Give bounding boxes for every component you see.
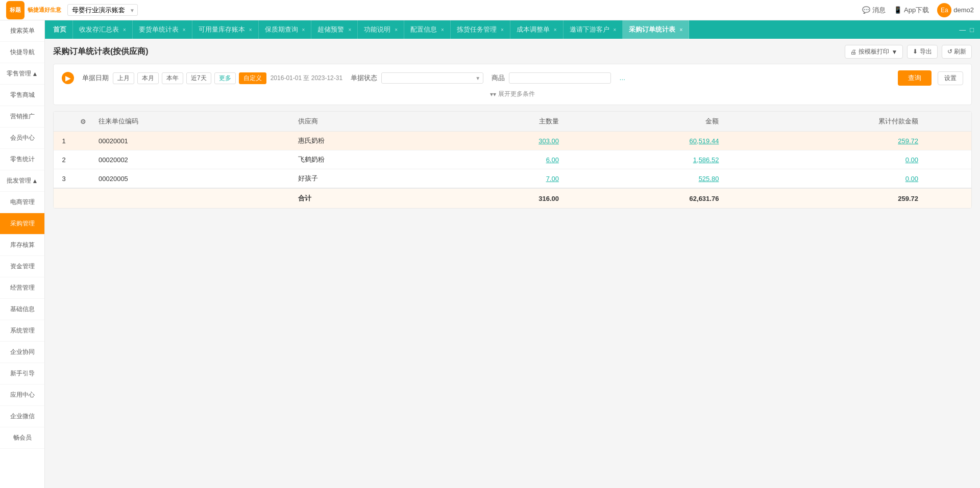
breadcrumb-select-wrap[interactable]: 母婴行业演示账套 xyxy=(67,4,138,16)
export-label: 导出 xyxy=(920,48,932,55)
cell-qty-2[interactable]: 6.00 xyxy=(440,150,565,169)
date-btn-this-month[interactable]: 本月 xyxy=(137,72,159,84)
tab-goods-stat-close[interactable]: × xyxy=(183,27,186,33)
sidebar-item-finance[interactable]: 资金管理 xyxy=(0,256,44,277)
sidebar-item-ecommerce[interactable]: 电商管理 xyxy=(0,192,44,213)
cell-amount-1[interactable]: 60,519.44 xyxy=(565,132,725,150)
table-header-row: ⚙ 往来单位编码 供应商 主数量 金额 累计付款金额 xyxy=(54,112,971,132)
date-btn-last-month[interactable]: 上月 xyxy=(113,72,134,84)
status-select[interactable] xyxy=(381,72,483,84)
sidebar-label-vip: 畅会员 xyxy=(13,434,32,441)
refresh-button[interactable]: ↺ 刷新 xyxy=(942,45,972,59)
tab-available-inv-close[interactable]: × xyxy=(249,27,252,33)
page-actions: 🖨 按模板打印 ▼ ⬇ 导出 ↺ 刷新 xyxy=(845,45,972,59)
goods-search-input[interactable] xyxy=(509,72,611,84)
tab-overstock[interactable]: 超储预警 × xyxy=(311,20,358,39)
tab-cost-adj-close[interactable]: × xyxy=(554,27,557,33)
sidebar-item-wholesale[interactable]: 批发管理 ▲ xyxy=(0,170,44,192)
print-button[interactable]: 🖨 按模板打印 ▼ xyxy=(845,45,903,59)
tab-overstock-close[interactable]: × xyxy=(348,27,351,33)
tab-maximize-btn[interactable]: □ xyxy=(970,26,974,34)
sidebar-label-retail-stat: 零售统计 xyxy=(10,156,35,163)
sidebar-item-app-center[interactable]: 应用中心 xyxy=(0,384,44,406)
cell-settings-3 xyxy=(74,169,92,189)
data-table-wrap: ⚙ 往来单位编码 供应商 主数量 金额 累计付款金额 1 xyxy=(53,111,972,209)
tab-home[interactable]: 首页 xyxy=(47,20,73,39)
nav-tabs: 首页 收发存汇总表 × 要货单统计表 × 可用量库存账本 × 保质期查询 × 超… xyxy=(45,20,980,39)
settings-button[interactable]: 设置 xyxy=(938,71,963,85)
goods-more-icon[interactable]: … xyxy=(619,74,625,82)
cell-paid-3[interactable]: 0.00 xyxy=(725,169,924,189)
tab-purchase-stat-close[interactable]: × xyxy=(679,27,682,33)
cell-amount-3[interactable]: 525.80 xyxy=(565,169,725,189)
tab-config-close[interactable]: × xyxy=(441,27,444,33)
tab-pick-task-close[interactable]: × xyxy=(501,27,504,33)
date-btn-this-year[interactable]: 本年 xyxy=(162,72,183,84)
cell-amount-2[interactable]: 1,586.52 xyxy=(565,150,725,169)
query-button[interactable]: 查询 xyxy=(898,70,932,86)
sidebar-item-enterprise[interactable]: 企业协同 xyxy=(0,342,44,363)
sidebar-item-search[interactable]: 搜索英单 xyxy=(0,20,44,42)
cell-paid-2[interactable]: 0.00 xyxy=(725,150,924,169)
sidebar-item-retail[interactable]: 零售管理 ▲ xyxy=(0,63,44,85)
footer-extra xyxy=(924,188,971,208)
sidebar-item-vip[interactable]: 畅会员 xyxy=(0,427,44,449)
expand-more-btn[interactable]: ▾▾ 展开更多条件 xyxy=(490,90,535,98)
tab-invite-close[interactable]: × xyxy=(614,27,617,33)
tab-func-desc-close[interactable]: × xyxy=(395,27,398,33)
date-btn-custom[interactable]: 自定义 xyxy=(239,72,266,84)
tab-minimize-btn[interactable]: — xyxy=(959,26,966,34)
tab-collection[interactable]: 收发存汇总表 × xyxy=(73,20,133,39)
sidebar-label-quick-nav: 快捷导航 xyxy=(10,48,35,56)
app-download-label: App下载 xyxy=(904,6,929,15)
print-arrow-icon: ▼ xyxy=(891,48,897,56)
cell-paid-1[interactable]: 259.72 xyxy=(725,132,924,150)
sidebar-item-new-guide[interactable]: 新手引导 xyxy=(0,363,44,384)
filter-collapse-btn[interactable]: ▶ xyxy=(62,72,74,84)
cell-qty-3[interactable]: 7.00 xyxy=(440,169,565,189)
sidebar-item-purchase[interactable]: 采购管理 xyxy=(0,213,44,235)
message-btn[interactable]: 💬 消息 xyxy=(862,6,886,15)
tab-cost-adj[interactable]: 成本调整单 × xyxy=(510,20,564,39)
tab-invite[interactable]: 邀请下游客户 × xyxy=(564,20,623,39)
sidebar-item-wechat[interactable]: 企业微信 xyxy=(0,406,44,427)
cell-extra-1 xyxy=(924,132,971,150)
tab-expiry[interactable]: 保质期查询 × xyxy=(259,20,312,39)
export-button[interactable]: ⬇ 导出 xyxy=(907,45,937,59)
sidebar-item-marketing[interactable]: 营销推广 xyxy=(0,106,44,127)
col-header-amount: 金额 xyxy=(565,112,725,132)
tab-purchase-stat[interactable]: 采购订单统计表 × xyxy=(623,20,689,39)
tab-config[interactable]: 配置信息 × xyxy=(404,20,451,39)
status-select-wrap[interactable] xyxy=(381,72,483,84)
col-header-settings[interactable]: ⚙ xyxy=(74,112,92,132)
sidebar: 搜索英单 快捷导航 零售管理 ▲ 零售商城 营销推广 会员中心 零售统计 批发管… xyxy=(0,20,45,488)
expand-label: 展开更多条件 xyxy=(498,90,535,98)
export-icon: ⬇ xyxy=(913,48,918,55)
breadcrumb-select[interactable]: 母婴行业演示账套 xyxy=(67,4,138,16)
sidebar-item-ops[interactable]: 经营管理 xyxy=(0,277,44,299)
sidebar-item-retail-mall[interactable]: 零售商城 xyxy=(0,85,44,106)
date-btn-more[interactable]: 更多 xyxy=(214,72,236,84)
tab-available-inv[interactable]: 可用量库存账本 × xyxy=(192,20,259,39)
footer-total-paid: 259.72 xyxy=(725,188,924,208)
tab-pick-task[interactable]: 拣货任务管理 × xyxy=(451,20,510,39)
tab-expiry-close[interactable]: × xyxy=(302,27,305,33)
date-shortcuts: 上月 本月 本年 近7天 更多 自定义 xyxy=(113,72,266,84)
date-filter-label: 单据日期 xyxy=(82,73,109,83)
tab-goods-stat[interactable]: 要货单统计表 × xyxy=(133,20,192,39)
date-btn-7days[interactable]: 近7天 xyxy=(186,72,211,84)
sidebar-item-quick-nav[interactable]: 快捷导航 xyxy=(0,42,44,63)
logo-text: 畅捷通好生意 xyxy=(28,6,61,14)
sidebar-item-inventory[interactable]: 库存核算 xyxy=(0,235,44,256)
cell-supplier-name-2: 飞鹤奶粉 xyxy=(292,150,440,169)
app-download-btn[interactable]: 📱 App下载 xyxy=(894,6,929,15)
cell-qty-1[interactable]: 303.00 xyxy=(440,132,565,150)
sidebar-item-system[interactable]: 系统管理 xyxy=(0,320,44,342)
sidebar-item-member[interactable]: 会员中心 xyxy=(0,127,44,149)
sidebar-item-retail-stat[interactable]: 零售统计 xyxy=(0,149,44,170)
sidebar-item-basic[interactable]: 基础信息 xyxy=(0,299,44,320)
user-area[interactable]: Ea demo2 xyxy=(937,3,974,17)
tab-goods-stat-label: 要货单统计表 xyxy=(139,25,179,34)
tab-collection-close[interactable]: × xyxy=(123,27,126,33)
tab-func-desc[interactable]: 功能说明 × xyxy=(358,20,404,39)
